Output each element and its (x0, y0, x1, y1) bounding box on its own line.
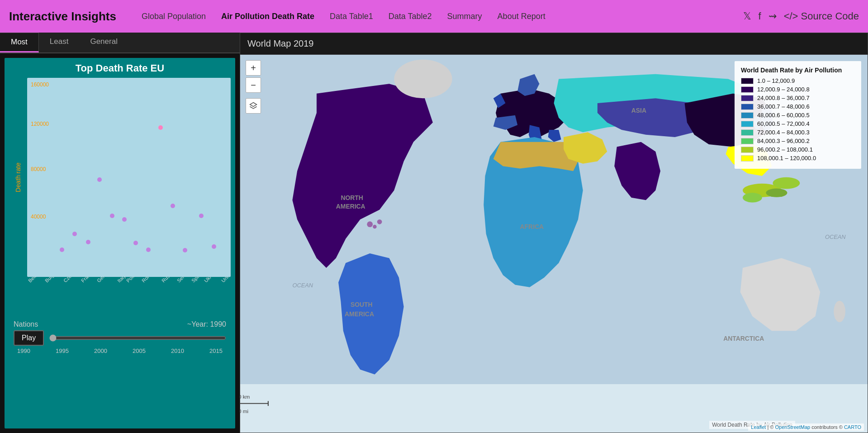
nav-global-population[interactable]: Global Population (136, 10, 211, 23)
right-panel: World Map 2019 (240, 33, 868, 433)
y-tick-80000: 80000 (31, 166, 46, 172)
facebook-icon[interactable]: f (759, 10, 761, 22)
ocean-label-right: OCEAN (825, 233, 846, 240)
header-icons: 𝕏 f ⇝ </> Source Code (743, 10, 859, 22)
dot-france (97, 177, 102, 182)
legend-color-1 (741, 86, 754, 93)
dot-poland (133, 241, 138, 245)
legend-color-0 (741, 78, 754, 84)
tab-most[interactable]: Most (0, 33, 39, 52)
share-icon[interactable]: ⇝ (768, 10, 777, 22)
tick-2005: 2005 (133, 347, 146, 354)
legend-range-2: 24,000.8 – 36,000.7 (757, 95, 810, 101)
zoom-in-button[interactable]: + (246, 60, 261, 76)
nav-data-table2[interactable]: Data Table2 (383, 10, 437, 23)
tick-2000: 2000 (94, 347, 107, 354)
chart-bottom-controls: Nations ~Year: 1990 Play 1990 1995 2000 … (9, 318, 231, 357)
main-nav: Global Population Air Pollution Death Ra… (136, 10, 732, 23)
tab-general[interactable]: General (79, 33, 128, 52)
legend-item-6: 72,000.4 – 84,000.3 (741, 129, 855, 136)
svg-text:5000 km: 5000 km (240, 394, 250, 400)
map-controls: + − (246, 60, 261, 114)
label-north-america2: AMERICA (336, 203, 365, 210)
scatter-plot: 160000 120000 80000 40000 (27, 78, 231, 277)
nav-about-report[interactable]: About Report (492, 10, 551, 23)
legend-color-5 (741, 121, 754, 127)
year-slider[interactable] (49, 334, 226, 342)
legend-range-4: 48,000.6 – 60,000.5 (757, 112, 810, 119)
legend-item-8: 96,000.2 – 108,000.1 (741, 146, 855, 153)
tab-least[interactable]: Least (39, 33, 80, 52)
tick-2010: 2010 (171, 347, 184, 354)
legend-color-8 (741, 147, 754, 153)
source-code-link[interactable]: </> Source Code (784, 10, 859, 22)
nav-data-table1[interactable]: Data Table1 (324, 10, 379, 23)
header: Interactive Insights Global Population A… (0, 0, 868, 33)
legend-title: World Death Rate by Air Pollution (741, 67, 855, 74)
legend-color-4 (741, 112, 754, 119)
nations-year-row: Nations ~Year: 1990 (14, 320, 226, 328)
legend-color-3 (741, 104, 754, 110)
label-africa: AFRICA (520, 223, 544, 230)
nav-summary[interactable]: Summary (442, 10, 488, 23)
brand-logo: Interactive Insights (9, 10, 116, 24)
y-tick-40000: 40000 (31, 214, 46, 220)
label-south-america: SOUTH (351, 301, 373, 308)
dot-belarus (60, 247, 64, 252)
main-content: Most Least General Top Death Rate EU Dea… (0, 33, 868, 433)
legend-range-7: 84,000.3 – 96,000.2 (757, 138, 810, 144)
dot-italy (122, 217, 127, 222)
ocean-label-left: OCEAN (292, 282, 313, 289)
svg-point-1 (367, 221, 373, 227)
map-title: World Map 2019 (240, 33, 868, 55)
dot-ukraine (199, 214, 204, 218)
zoom-out-button[interactable]: − (246, 77, 261, 93)
legend-range-5: 60,000.5 – 72,000.4 (757, 120, 810, 127)
y-tick-160000: 160000 (31, 81, 49, 88)
layers-button[interactable] (246, 98, 261, 114)
play-button[interactable]: Play (14, 330, 44, 346)
year-label: ~Year: 1990 (187, 320, 226, 328)
legend-color-7 (741, 138, 754, 144)
label-south-america2: AMERICA (345, 310, 374, 318)
legend-item-7: 84,000.3 – 96,000.2 (741, 138, 855, 144)
svg-point-11 (834, 301, 845, 322)
y-tick-120000: 120000 (31, 121, 49, 127)
dot-russia (158, 125, 163, 130)
dot-uk (212, 244, 216, 249)
dot-serbia (171, 204, 175, 208)
legend-range-9: 108,000.1 – 120,000.0 (757, 155, 816, 162)
map-area[interactable]: OCEAN OCEAN NORTH AMERICA SOUTH AMERICA … (240, 55, 868, 433)
legend-range-3: 36,000.7 – 48,000.6 (757, 103, 810, 110)
dot-bulgaria (72, 232, 77, 236)
play-slider-row: Play (14, 330, 226, 346)
legend-item-3: 36,000.7 – 48,000.6 (741, 103, 855, 110)
dot-spain (183, 248, 187, 252)
legend-item-5: 60,000.5 – 72,000.4 (741, 120, 855, 127)
nav-air-pollution[interactable]: Air Pollution Death Rate (216, 10, 320, 23)
leaflet-link[interactable]: Leaflet (751, 424, 766, 430)
twitter-icon[interactable]: 𝕏 (743, 10, 751, 22)
label-north-america: NORTH (341, 194, 363, 201)
legend-color-2 (741, 95, 754, 101)
svg-point-8 (766, 188, 787, 197)
dot-romania (146, 247, 151, 252)
legend-range-8: 96,000.2 – 108,000.1 (757, 146, 813, 153)
legend-color-9 (741, 155, 754, 162)
legend-item-4: 48,000.6 – 60,000.5 (741, 112, 855, 119)
nations-label: Nations (14, 320, 38, 328)
svg-point-7 (743, 193, 762, 202)
carto-link[interactable]: CARTO (844, 424, 861, 430)
map-legend: World Death Rate by Air Pollution 1.0 – … (735, 61, 861, 169)
tick-1995: 1995 (56, 347, 69, 354)
dot-germany (110, 214, 114, 218)
tab-bar: Most Least General (0, 33, 240, 53)
legend-item-2: 24,000.8 – 36,000.7 (741, 95, 855, 101)
svg-point-3 (377, 219, 382, 224)
label-antarctica: ANTARCTICA (723, 335, 764, 342)
svg-point-6 (773, 177, 800, 189)
legend-item-0: 1.0 – 12,000.9 (741, 77, 855, 84)
legend-item-1: 12,000.9 – 24,000.8 (741, 86, 855, 93)
openstreetmap-link[interactable]: OpenStreetMap (775, 424, 810, 430)
legend-range-6: 72,000.4 – 84,000.3 (757, 129, 810, 136)
